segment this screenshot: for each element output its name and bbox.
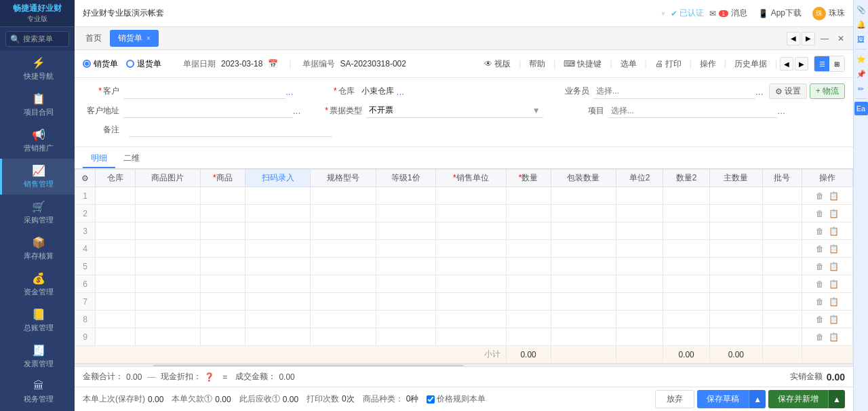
row-pack-qty[interactable] xyxy=(551,311,616,328)
row-main-qty[interactable] xyxy=(710,222,762,240)
close-btn[interactable]: ✕ xyxy=(834,32,848,45)
row-price1[interactable] xyxy=(376,311,435,328)
row-qty2[interactable] xyxy=(663,258,710,275)
row-action[interactable]: 🗑 📋 xyxy=(802,275,853,293)
sub-tab-detail[interactable]: 明细 xyxy=(83,150,115,168)
row-qty[interactable] xyxy=(506,293,551,311)
row-goods[interactable] xyxy=(200,275,245,293)
row-action[interactable]: 🗑 📋 xyxy=(802,311,853,328)
row-spec[interactable] xyxy=(311,328,376,346)
row-image[interactable] xyxy=(135,222,200,240)
tab-home[interactable]: 首页 xyxy=(80,30,107,47)
discount-help-icon[interactable]: ❓ xyxy=(204,372,214,382)
row-price1[interactable] xyxy=(376,240,435,258)
row-batch[interactable] xyxy=(762,275,802,293)
row-qty2[interactable] xyxy=(663,222,710,240)
right-icon-active[interactable]: Ea xyxy=(854,102,868,115)
sidebar-item-purchase[interactable]: 🛒 采购管理 xyxy=(0,195,75,231)
row-copy-icon[interactable]: 📋 xyxy=(829,262,839,271)
row-unit[interactable] xyxy=(435,293,506,311)
row-spec[interactable] xyxy=(311,205,376,222)
row-goods[interactable] xyxy=(200,328,245,346)
row-batch[interactable] xyxy=(762,328,802,346)
row-goods[interactable] xyxy=(200,240,245,258)
col-scan[interactable]: 扫码录入 xyxy=(245,170,310,187)
row-copy-icon[interactable]: 📋 xyxy=(829,227,839,236)
row-goods[interactable] xyxy=(200,311,245,328)
row-delete-icon[interactable]: 🗑 xyxy=(816,262,824,271)
row-unit2[interactable] xyxy=(616,328,663,346)
row-delete-icon[interactable]: 🗑 xyxy=(816,279,824,289)
right-icon-pin[interactable]: 📌 xyxy=(854,67,868,81)
sidebar-item-sales[interactable]: 📈 销售管理 xyxy=(0,159,75,195)
list-view-btn[interactable]: ⊞ xyxy=(829,56,844,71)
row-copy-icon[interactable]: 📋 xyxy=(829,279,839,289)
row-qty2[interactable] xyxy=(663,328,710,346)
select-btn[interactable]: 选单 xyxy=(615,57,642,71)
row-action[interactable]: 🗑 📋 xyxy=(802,205,853,222)
warehouse-dots[interactable]: ... xyxy=(397,86,405,97)
row-unit[interactable] xyxy=(435,187,506,205)
sidebar-item-invoice[interactable]: 🧾 发票管理 xyxy=(0,338,75,374)
row-warehouse[interactable] xyxy=(96,311,136,328)
row-image[interactable] xyxy=(135,275,200,293)
row-qty[interactable] xyxy=(506,240,551,258)
sidebar-search-area[interactable]: 🔍 搜索菜单 xyxy=(0,27,75,51)
row-copy-icon[interactable]: 📋 xyxy=(829,332,839,342)
row-scan[interactable] xyxy=(245,311,310,328)
row-image[interactable] xyxy=(135,328,200,346)
row-qty[interactable] xyxy=(506,275,551,293)
row-warehouse[interactable] xyxy=(96,222,136,240)
row-qty2[interactable] xyxy=(663,240,710,258)
row-unit[interactable] xyxy=(435,328,506,346)
row-spec[interactable] xyxy=(311,293,376,311)
row-main-qty[interactable] xyxy=(710,187,762,205)
row-unit2[interactable] xyxy=(616,240,663,258)
sidebar-item-marketing[interactable]: 📢 营销推广 xyxy=(0,123,75,159)
row-unit[interactable] xyxy=(435,205,506,222)
row-price1[interactable] xyxy=(376,205,435,222)
row-image[interactable] xyxy=(135,205,200,222)
abandon-btn[interactable]: 放弃 xyxy=(655,390,694,408)
right-icon-clip[interactable]: 📎 xyxy=(854,3,868,16)
row-image[interactable] xyxy=(135,258,200,275)
row-delete-icon[interactable]: 🗑 xyxy=(816,227,824,236)
view-btn[interactable]: 👁视版 xyxy=(479,57,516,71)
row-unit2[interactable] xyxy=(616,311,663,328)
tab-close-btn[interactable]: × xyxy=(146,35,151,42)
row-warehouse[interactable] xyxy=(96,328,136,346)
project-input[interactable] xyxy=(608,103,778,118)
row-batch[interactable] xyxy=(762,240,802,258)
row-copy-icon[interactable]: 📋 xyxy=(829,297,839,307)
right-icon-img[interactable]: 🖼 xyxy=(854,33,868,46)
row-goods[interactable] xyxy=(200,187,245,205)
row-qty[interactable] xyxy=(506,222,551,240)
sidebar-item-finance[interactable]: 💰 资金管理 xyxy=(0,267,75,302)
price-check-box[interactable] xyxy=(427,395,435,404)
help-btn[interactable]: 帮助 xyxy=(524,57,551,71)
row-unit2[interactable] xyxy=(616,258,663,275)
row-warehouse[interactable] xyxy=(96,275,136,293)
price-check-item[interactable]: 价格规则本单 xyxy=(427,393,486,405)
row-qty[interactable] xyxy=(506,258,551,275)
row-action[interactable]: 🗑 📋 xyxy=(802,258,853,275)
sidebar-item-general[interactable]: 📒 总账管理 xyxy=(0,302,75,338)
row-price1[interactable] xyxy=(376,258,435,275)
row-pack-qty[interactable] xyxy=(551,205,616,222)
row-warehouse[interactable] xyxy=(96,240,136,258)
row-unit[interactable] xyxy=(435,240,506,258)
row-goods[interactable] xyxy=(200,222,245,240)
right-icon-bell[interactable]: 🔔 xyxy=(854,18,868,31)
row-main-qty[interactable] xyxy=(710,258,762,275)
row-goods[interactable] xyxy=(200,258,245,275)
row-price1[interactable] xyxy=(376,275,435,293)
row-batch[interactable] xyxy=(762,187,802,205)
row-spec[interactable] xyxy=(311,222,376,240)
row-scan[interactable] xyxy=(245,240,310,258)
sidebar-item-tax[interactable]: 🏛 税务管理 xyxy=(0,374,75,410)
row-spec[interactable] xyxy=(311,187,376,205)
save-btn-arrow[interactable]: ▲ xyxy=(828,390,845,408)
row-spec[interactable] xyxy=(311,275,376,293)
row-action[interactable]: 🗑 📋 xyxy=(802,293,853,311)
right-icon-star[interactable]: ⭐ xyxy=(854,52,868,66)
